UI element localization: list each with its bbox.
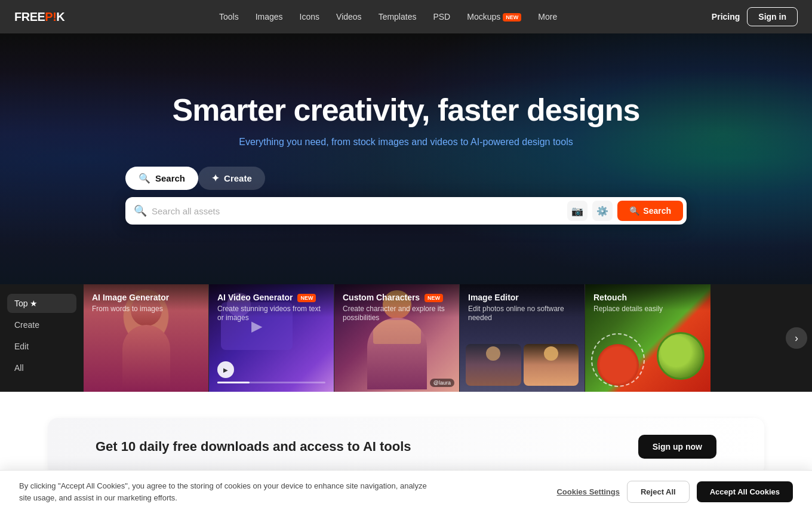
cookie-accept-button[interactable]: Accept All Cookies (697, 481, 793, 502)
tool-cards: AI Image Generator From words to images … (84, 284, 812, 392)
dual-portrait (460, 338, 585, 392)
filter-button[interactable]: ⚙️ (592, 201, 613, 221)
play-button[interactable]: ▶ (217, 361, 234, 378)
tool-card-video-generator[interactable]: ▶ AI Video Generator NEW Create stunning… (209, 284, 334, 392)
sidebar-item-create[interactable]: Create (7, 315, 76, 334)
promo-text: Get 10 daily free downloads and access t… (96, 439, 411, 454)
cookie-banner: By clicking "Accept All Cookies", you ag… (0, 470, 812, 502)
card-overlay-1: AI Image Generator From words to images (84, 284, 208, 322)
card-overlay-4: Image Editor Edit photos online no softw… (460, 284, 585, 331)
nav-videos[interactable]: Videos (329, 7, 369, 26)
tools-next-button[interactable]: › (786, 327, 807, 349)
nav-more[interactable]: More (531, 7, 564, 26)
cookie-text: By clicking "Accept All Cookies", you ag… (19, 480, 437, 502)
nav-icons[interactable]: Icons (293, 7, 327, 26)
card-title-5: Retouch (593, 293, 702, 303)
card-subtitle-2: Create stunning videos from text or imag… (217, 305, 325, 323)
hero-section: Smarter creativity, faster designs Every… (0, 33, 812, 284)
mode-tabs: 🔍 Search ✦ Create (125, 167, 687, 190)
promo-banner: Get 10 daily free downloads and access t… (48, 418, 764, 475)
cookie-actions: Cookies Settings Reject All Accept All C… (556, 481, 793, 502)
sidebar-item-top[interactable]: Top ★ (7, 294, 76, 313)
video-badge: NEW (297, 294, 316, 302)
nav-psd[interactable]: PSD (426, 7, 457, 26)
mockups-badge: NEW (503, 13, 521, 21)
hero-title: Smarter creativity, faster designs (125, 93, 687, 127)
search-bar: 🔍 📷 ⚙️ 🔍 Search (125, 197, 687, 225)
nav-images[interactable]: Images (248, 7, 290, 26)
sidebar-item-all[interactable]: All (7, 358, 76, 377)
card-subtitle-5: Replace details easily (593, 305, 702, 314)
nav-tools[interactable]: Tools (212, 7, 246, 26)
card-title-4: Image Editor (468, 293, 576, 303)
nav-templates[interactable]: Templates (371, 7, 424, 26)
nav-links: Tools Images Icons Videos Templates PSD … (212, 7, 564, 26)
sidebar-item-edit[interactable]: Edit (7, 337, 76, 356)
cookie-reject-button[interactable]: Reject All (627, 481, 690, 502)
tools-sidebar: Top ★ Create Edit All (0, 284, 84, 392)
tab-create[interactable]: ✦ Create (198, 167, 265, 190)
tool-card-image-generator[interactable]: AI Image Generator From words to images (84, 284, 209, 392)
mini-portrait-1 (466, 344, 521, 386)
hero-content: Smarter creativity, faster designs Every… (113, 93, 699, 225)
cookie-settings-button[interactable]: Cookies Settings (556, 487, 619, 496)
card-subtitle-1: From words to images (92, 305, 200, 314)
search-icon-group: 📷 ⚙️ (567, 201, 613, 221)
video-progress-fill (217, 382, 250, 383)
subtitle-highlight: stock (353, 137, 376, 147)
tool-card-retouch[interactable]: Retouch Replace details easily (585, 284, 710, 392)
card-overlay-5: Retouch Replace details easily (585, 284, 710, 322)
search-input[interactable] (152, 206, 567, 216)
search-tab-icon: 🔍 (139, 173, 150, 184)
card-subtitle-3: Create character and explore its possibi… (343, 305, 451, 323)
character-badge: NEW (425, 294, 443, 302)
card-title-1: AI Image Generator (92, 293, 200, 303)
navbar: FREEP!K Tools Images Icons Videos Templa… (0, 0, 812, 33)
search-submit-icon: 🔍 (629, 206, 639, 216)
signin-button[interactable]: Sign in (747, 7, 798, 26)
search-submit-button[interactable]: 🔍 Search (617, 201, 683, 221)
promo-signup-button[interactable]: Sign up now (638, 435, 716, 459)
video-progress-bar (217, 382, 325, 383)
card-overlay-2: AI Video Generator NEW Create stunning v… (209, 284, 334, 331)
hero-subtitle: Everything you need, from stock images a… (125, 137, 687, 148)
logo[interactable]: FREEP!K (14, 10, 64, 24)
camera-search-button[interactable]: 📷 (567, 201, 588, 221)
create-tab-icon: ✦ (211, 173, 219, 184)
tab-search[interactable]: 🔍 Search (125, 167, 198, 190)
mini-portrait-2 (524, 344, 579, 386)
tool-card-image-editor[interactable]: Image Editor Edit photos online no softw… (460, 284, 585, 392)
card-title-2: AI Video Generator NEW (217, 293, 325, 303)
pricing-link[interactable]: Pricing (712, 12, 740, 21)
nav-right: Pricing Sign in (712, 7, 798, 26)
tools-strip: Top ★ Create Edit All AI Image Generator… (0, 284, 812, 392)
nav-mockups[interactable]: MockupsNEW (460, 7, 528, 26)
card-title-3: Custom Characters NEW (343, 293, 451, 303)
video-controls: ▶ (217, 361, 325, 383)
tool-card-custom-characters[interactable]: @laura Custom Characters NEW Create char… (334, 284, 460, 392)
search-bar-icon: 🔍 (134, 204, 147, 217)
card-subtitle-4: Edit photos online no software needed (468, 305, 576, 323)
card-overlay-3: Custom Characters NEW Create character a… (334, 284, 459, 331)
